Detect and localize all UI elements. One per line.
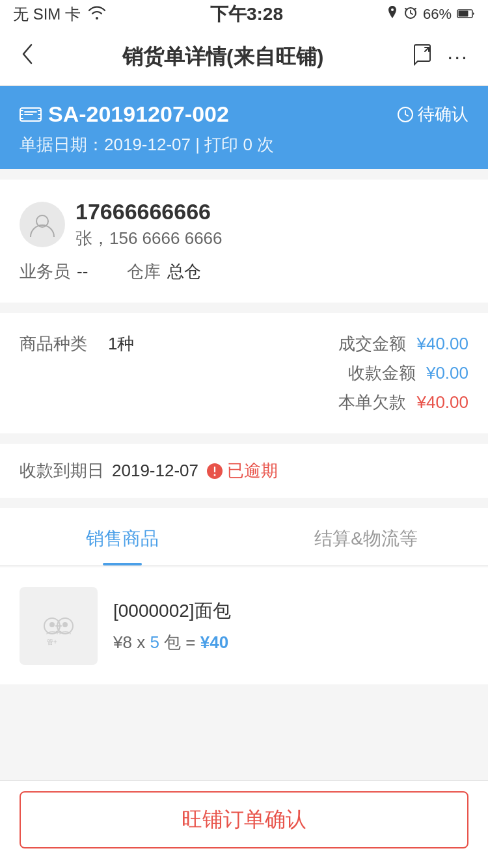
tab-products[interactable]: 销售商品 [0, 508, 244, 565]
customer-section: 17666666666 张，156 6666 6666 业务员 -- 仓库 总仓 [0, 180, 488, 303]
staff-label: 业务员 [20, 260, 70, 283]
warehouse-value: 总仓 [167, 260, 201, 283]
status-text: 待确认 [418, 103, 468, 126]
order-id-text: SA-20191207-002 [48, 102, 229, 127]
unit-price: ¥8 [113, 632, 132, 652]
wifi-signal [87, 5, 107, 23]
date-label: 单据日期： [20, 135, 104, 154]
content-area: 管+ [0000002]面包 ¥8 x 5 包 = ¥40 [0, 567, 488, 763]
product-thumbnail: 管+ [20, 587, 98, 665]
total-price: ¥40 [200, 632, 228, 652]
page-title: 销货单详情(来自旺铺) [122, 43, 323, 72]
confirm-button[interactable]: 旺铺订单确认 [20, 791, 468, 848]
received-label: 收款金额 [348, 362, 416, 385]
tabs: 销售商品 结算&物流等 [0, 508, 488, 566]
svg-text:管+: 管+ [47, 638, 57, 645]
status-left: 无 SIM 卡 [13, 4, 107, 25]
status-right: 66% [386, 5, 475, 23]
status-time: 下午3:28 [210, 2, 283, 27]
due-date-section: 收款到期日 2019-12-07 已逾期 [0, 444, 488, 498]
received-amount-row: 收款金额 ¥0.00 [348, 362, 468, 385]
staff-value: -- [77, 262, 88, 282]
transaction-value: ¥40.00 [416, 334, 468, 354]
avatar [20, 202, 65, 247]
customer-phone: 17666666666 [75, 199, 223, 224]
product-item: 管+ [0000002]面包 ¥8 x 5 包 = ¥40 [0, 567, 488, 685]
tab-settlement[interactable]: 结算&物流等 [244, 508, 488, 565]
transaction-label: 成交金额 [338, 332, 406, 355]
bottom-bar: 旺铺订单确认 [0, 780, 488, 868]
amount-section: 商品种类 1种 成交金额 ¥40.00 收款金额 ¥0.00 本单欠款 ¥40.… [0, 313, 488, 433]
order-header: SA-20191207-002 待确认 单据日期：2019-12-07 | 打印… [0, 86, 488, 169]
battery-percent: 66% [423, 6, 452, 23]
due-date-label: 收款到期日 [20, 459, 104, 482]
overdue-text: 已逾期 [227, 459, 278, 482]
product-types: 商品种类 1种 [20, 332, 134, 355]
owed-value: ¥40.00 [416, 392, 468, 413]
warehouse-label: 仓库 [127, 260, 161, 283]
status-bar: 无 SIM 卡 下午3:28 66% [0, 0, 488, 29]
more-icon[interactable]: ··· [447, 45, 468, 69]
unit: 包 [164, 632, 181, 652]
amounts-col: 成交金额 ¥40.00 收款金额 ¥0.00 本单欠款 ¥40.00 [338, 332, 468, 414]
order-status: 待确认 [397, 103, 468, 126]
overdue-badge: 已逾期 [206, 459, 278, 482]
customer-name: 张，156 6666 6666 [75, 227, 223, 250]
product-types-label: 商品种类 [20, 332, 87, 355]
svg-rect-2 [458, 11, 468, 17]
product-price-row: ¥8 x 5 包 = ¥40 [113, 631, 468, 654]
sim-text: 无 SIM 卡 [13, 4, 81, 25]
due-date-value: 2019-12-07 [112, 461, 198, 481]
product-name: [0000002]面包 [113, 599, 468, 623]
owed-amount-row: 本单欠款 ¥40.00 [338, 391, 468, 414]
nav-bar: 销货单详情(来自旺铺) ··· [0, 29, 488, 86]
product-list: 管+ [0000002]面包 ¥8 x 5 包 = ¥40 [0, 567, 488, 685]
quantity: 5 [150, 632, 159, 652]
order-id: SA-20191207-002 [20, 102, 229, 127]
svg-point-11 [62, 622, 68, 627]
back-button[interactable] [20, 41, 35, 73]
received-value: ¥0.00 [426, 363, 468, 383]
customer-details: 业务员 -- 仓库 总仓 [20, 260, 468, 283]
order-date: 单据日期：2019-12-07 | 打印 0 次 [20, 133, 468, 156]
svg-point-7 [214, 474, 216, 476]
share-icon[interactable] [411, 42, 434, 72]
product-info: [0000002]面包 ¥8 x 5 包 = ¥40 [113, 599, 468, 654]
location-icon [386, 5, 398, 23]
battery-icon [457, 6, 475, 23]
date-value: 2019-12-07 [104, 135, 191, 154]
product-types-value: 1种 [108, 332, 134, 355]
transaction-amount-row: 成交金额 ¥40.00 [338, 332, 468, 355]
svg-point-10 [49, 622, 55, 627]
owed-label: 本单欠款 [338, 391, 406, 414]
print-info: 打印 0 次 [204, 135, 274, 154]
nav-actions: ··· [411, 42, 468, 72]
alarm-icon [403, 5, 418, 23]
